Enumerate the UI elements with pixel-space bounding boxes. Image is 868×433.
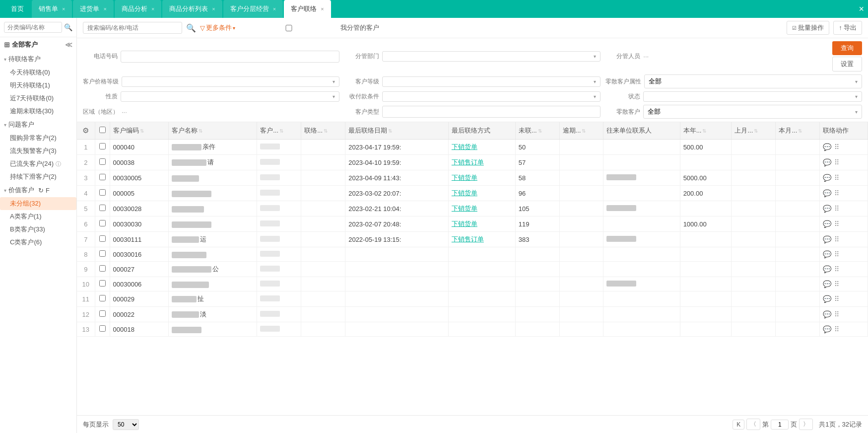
row-checkbox[interactable] — [99, 280, 106, 287]
nav-tab-goods-list[interactable]: 商品分析列表 × — [162, 0, 222, 18]
filter-retail-customer-select[interactable]: 全部 ▾ — [643, 105, 862, 119]
last-way-link[interactable]: 下销货单 — [452, 143, 477, 150]
row-checkbox[interactable] — [99, 295, 106, 301]
chat-icon[interactable]: 💬 — [823, 250, 831, 258]
row-checkbox-cell[interactable] — [95, 262, 110, 277]
sidebar-item-declining[interactable]: 持续下滑客户(2) — [0, 170, 76, 183]
nav-tab-goods-list-close[interactable]: × — [212, 6, 215, 12]
row-checkbox-cell[interactable] — [95, 140, 110, 155]
nav-tab-customer-tier[interactable]: 客户分层经营 × — [223, 0, 283, 18]
chat-icon[interactable]: 💬 — [823, 174, 831, 182]
last-way-link[interactable]: 下销售订单 — [452, 235, 484, 243]
sidebar-group-problem[interactable]: ▾ 问题客户 — [0, 118, 76, 132]
row-checkbox-cell[interactable] — [95, 201, 110, 216]
next-page-button[interactable]: 〉 — [799, 419, 813, 430]
row-checkbox-cell[interactable] — [95, 277, 110, 291]
more-icon[interactable]: ⠿ — [834, 158, 839, 166]
chat-icon[interactable]: 💬 — [823, 189, 831, 197]
row-checkbox[interactable] — [99, 235, 106, 242]
row-checkbox-cell[interactable] — [95, 186, 110, 201]
sidebar-group-value[interactable]: ▾ 价值客户 ↻ F — [0, 183, 76, 197]
first-page-button[interactable]: K — [733, 420, 744, 430]
more-icon[interactable]: ⠿ — [834, 295, 839, 303]
sort-icon-7[interactable]: ⇅ — [582, 128, 586, 134]
sidebar-item-overdue[interactable]: 逾期未联络(30) — [0, 105, 76, 118]
query-button[interactable]: 查询 — [832, 41, 862, 55]
row-checkbox-cell[interactable] — [95, 247, 110, 262]
th-checkbox[interactable] — [95, 122, 110, 140]
nav-tab-goods-analysis[interactable]: 商品分析 × — [115, 0, 161, 18]
chat-icon[interactable]: 💬 — [823, 295, 831, 303]
row-checkbox[interactable] — [99, 143, 106, 149]
more-conditions-button[interactable]: ▽ 更多条件 ▾ — [200, 23, 235, 32]
chat-icon[interactable]: 💬 — [823, 310, 831, 318]
export-button[interactable]: ↑ 导出 — [833, 21, 862, 35]
row-checkbox[interactable] — [99, 189, 106, 196]
nav-tab-customer-tier-close[interactable]: × — [273, 6, 276, 12]
last-way-link[interactable]: 下销货单 — [452, 205, 477, 212]
more-icon[interactable]: ⠿ — [834, 250, 839, 258]
chat-icon[interactable]: 💬 — [823, 158, 831, 166]
chat-icon[interactable]: 💬 — [823, 205, 831, 213]
sidebar-item-ungrouped[interactable]: 未分组(32) — [0, 197, 76, 210]
search-input[interactable] — [83, 22, 182, 34]
row-checkbox[interactable] — [99, 250, 106, 257]
my-customers-check[interactable] — [239, 25, 338, 31]
sort-icon-8[interactable]: ⇅ — [702, 128, 706, 134]
row-checkbox-cell[interactable] — [95, 170, 110, 186]
batch-op-button[interactable]: ☑ 批量操作 — [787, 21, 829, 35]
search-button[interactable]: 🔍 — [186, 23, 196, 33]
nav-tab-purchase[interactable]: 进货单 × — [73, 0, 113, 18]
nav-tab-goods-analysis-close[interactable]: × — [151, 6, 154, 12]
chat-icon[interactable]: 💬 — [823, 220, 831, 228]
chat-icon[interactable]: 💬 — [823, 235, 831, 243]
row-checkbox[interactable] — [99, 310, 106, 317]
row-checkbox-cell[interactable] — [95, 307, 110, 322]
row-checkbox-cell[interactable] — [95, 322, 110, 337]
chat-icon[interactable]: 💬 — [823, 265, 831, 273]
chat-icon[interactable]: 💬 — [823, 280, 831, 288]
nav-tab-sales-close[interactable]: × — [62, 6, 65, 12]
chat-icon[interactable]: 💬 — [823, 143, 831, 151]
sidebar-search-input[interactable] — [4, 22, 62, 33]
more-icon[interactable]: ⠿ — [834, 280, 839, 288]
more-icon[interactable]: ⠿ — [834, 325, 839, 333]
chat-icon[interactable]: 💬 — [823, 325, 831, 333]
filter-manager-dots[interactable]: ··· — [643, 53, 649, 60]
my-customers-checkbox[interactable]: 我分管的客户 — [239, 23, 379, 32]
row-checkbox-cell[interactable] — [95, 216, 110, 232]
nav-tab-home[interactable]: 首页 — [4, 0, 31, 18]
row-checkbox-cell[interactable] — [95, 155, 110, 170]
nav-tab-customer-contact[interactable]: 客户联络 × — [284, 0, 331, 18]
th-settings[interactable]: ⚙ — [77, 122, 95, 140]
page-input[interactable] — [771, 420, 789, 430]
sort-icon-6[interactable]: ⇅ — [538, 128, 542, 134]
close-all-button[interactable]: × — [859, 4, 864, 14]
more-icon[interactable]: ⠿ — [834, 174, 839, 182]
more-icon[interactable]: ⠿ — [834, 220, 839, 228]
more-icon[interactable]: ⠿ — [834, 205, 839, 213]
per-page-select[interactable]: 50 100 — [113, 419, 139, 430]
sort-icon-9[interactable]: ⇅ — [754, 128, 758, 134]
reset-button[interactable]: 设置 — [832, 57, 862, 72]
sidebar-item-lost[interactable]: 已流失客户(24) ⓘ — [0, 157, 76, 170]
more-icon[interactable]: ⠿ — [834, 143, 839, 151]
sort-icon-3[interactable]: ⇅ — [279, 128, 283, 134]
sidebar-item-churn-warning[interactable]: 流失预警客户(3) — [0, 144, 76, 157]
sidebar-group-pending[interactable]: ▾ 待联络客户 — [0, 52, 76, 66]
nav-tab-customer-contact-close[interactable]: × — [321, 6, 324, 12]
filter-customer-grade-select[interactable]: ▾ — [382, 76, 601, 87]
row-checkbox-cell[interactable] — [95, 291, 110, 307]
last-way-link[interactable]: 下销售订单 — [452, 158, 484, 166]
sidebar-all-customers[interactable]: ⊞ 全部客户 ≪ — [0, 37, 76, 52]
prev-page-button[interactable]: 〈 — [746, 419, 760, 430]
last-way-link[interactable]: 下销货单 — [452, 220, 477, 227]
refresh-icon[interactable]: ↻ — [38, 187, 44, 194]
filter-retail-attr-select[interactable]: 全部 ▾ — [644, 74, 862, 88]
more-icon[interactable]: ⠿ — [834, 189, 839, 197]
sidebar-search-icon[interactable]: 🔍 — [64, 23, 72, 31]
more-icon[interactable]: ⠿ — [834, 310, 839, 318]
sidebar-collapse-icon[interactable]: ≪ — [65, 41, 72, 49]
sidebar-item-tomorrow[interactable]: 明天待联络(1) — [0, 79, 76, 92]
sidebar-item-class-c[interactable]: C类客户(6) — [0, 236, 76, 249]
